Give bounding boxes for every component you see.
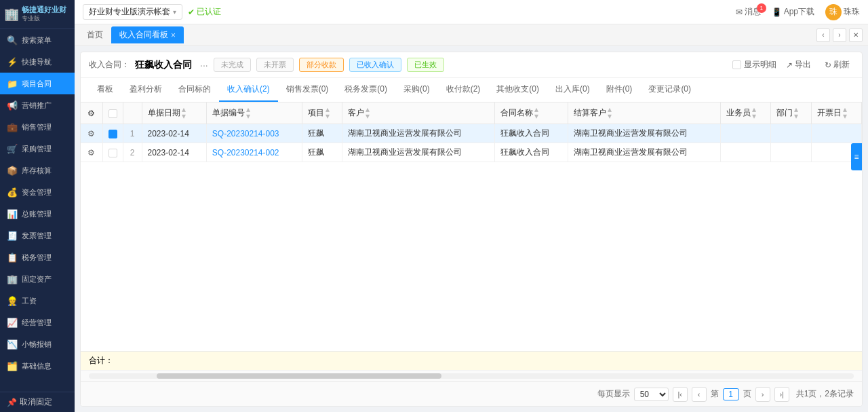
sidebar-item-4[interactable]: 💼销售管理 (0, 116, 75, 138)
sidebar-item-1[interactable]: ⚡快捷导航 (0, 51, 75, 73)
sidebar-item-15[interactable]: 🗂️基础信息 (0, 355, 75, 377)
horizontal-scrollbar[interactable] (81, 370, 862, 381)
row-settlement-1: 湖南卫视商业运营发展有限公司 (568, 143, 721, 162)
app-name: 畅捷通好业财 (22, 5, 66, 14)
last-page-button[interactable]: ›| (774, 387, 789, 402)
sidebar-item-11[interactable]: 🏢固定资产 (0, 268, 75, 290)
col-contract[interactable]: 合同名称 ▴▾ (494, 102, 568, 124)
user-avatar-button[interactable]: 珠 珠珠 (825, 4, 860, 20)
more-button[interactable]: ··· (200, 60, 208, 71)
sidebar-label-7: 资金管理 (22, 187, 52, 198)
sidebar-item-5[interactable]: 🛒采购管理 (0, 138, 75, 160)
row-number-link-0[interactable]: SQ-20230214-003 (212, 129, 279, 138)
status-incomplete-button[interactable]: 未完成 (214, 58, 251, 72)
sub-tab-10[interactable]: 附件(0) (598, 78, 641, 102)
status-active-button[interactable]: 已生效 (407, 58, 444, 72)
col-settings[interactable]: ⚙ (81, 102, 102, 124)
sub-tab-3[interactable]: 收入确认(2) (219, 78, 278, 102)
sidebar-item-0[interactable]: 🔍搜索菜单 (0, 29, 75, 51)
next-tab-button[interactable]: › (833, 29, 846, 42)
sub-tab-7[interactable]: 收付款(2) (438, 78, 489, 102)
current-page[interactable]: 1 (723, 388, 739, 400)
contract-prefix: 收入合同： (89, 59, 130, 71)
page-size-selector[interactable]: 50 100 200 (634, 388, 669, 401)
sidebar-item-9[interactable]: 🧾发票管理 (0, 225, 75, 246)
sidebar-item-14[interactable]: 📉小畅报销 (0, 333, 75, 355)
sidebar-icon-10: 📋 (7, 252, 18, 263)
export-button[interactable]: ↗ 导出 (782, 58, 815, 72)
scrollbar-thumb[interactable] (157, 373, 441, 379)
main-content: 好业财专业版演示帐套 ▾ ✔ 已认证 ✉ 消息 1 📱 App下载 珠 珠珠 (75, 0, 868, 412)
row-salesperson-0 (721, 124, 771, 143)
row-check-1[interactable] (102, 143, 123, 162)
show-detail-check[interactable]: 显示明细 (732, 59, 776, 71)
col-check[interactable] (102, 102, 123, 124)
table-row[interactable]: ⚙ 1 2023-02-14 SQ-20230214-003 狂飙 湖南卫视商业… (81, 124, 862, 143)
close-tab-icon[interactable]: × (171, 31, 176, 40)
status-partial-button[interactable]: 部分收款 (299, 58, 344, 72)
company-selector[interactable]: 好业财专业版演示帐套 ▾ (83, 4, 182, 20)
col-department[interactable]: 部门 ▴▾ (771, 102, 812, 124)
row-number-1[interactable]: SQ-20230214-002 (206, 143, 302, 162)
sidebar-item-12[interactable]: 👷工资 (0, 290, 75, 312)
app-download-button[interactable]: 📱 App下载 (772, 6, 814, 18)
sub-tab-11[interactable]: 变更记录(0) (640, 78, 699, 102)
sidebar-item-10[interactable]: 📋税务管理 (0, 246, 75, 268)
home-tab[interactable]: 首页 (80, 26, 110, 43)
sidebar-item-3[interactable]: 📢营销推广 (0, 94, 75, 116)
active-tab[interactable]: 收入合同看板 × (111, 26, 184, 43)
tabbar: 首页 收入合同看板 × ‹ › ✕ (75, 24, 868, 46)
message-button[interactable]: ✉ 消息 1 (736, 6, 761, 18)
sidebar-label-11: 固定资产 (22, 274, 52, 284)
show-detail-checkbox[interactable] (732, 60, 741, 69)
sidebar-icon-15: 🗂️ (7, 360, 18, 371)
sidebar-item-2[interactable]: 📁项目合同 (0, 73, 75, 94)
sidebar-item-6[interactable]: 📦库存核算 (0, 160, 75, 181)
row-checkbox-0[interactable] (108, 130, 117, 138)
right-panel-toggle[interactable]: ≡ (851, 143, 862, 170)
row-settings-1[interactable]: ⚙ (81, 143, 102, 162)
col-opendate[interactable]: 开票日 ▴▾ (811, 102, 861, 124)
sub-tab-5[interactable]: 税务发票(0) (336, 78, 395, 102)
next-page-button[interactable]: › (755, 387, 770, 402)
per-page-label: 每页显示 (597, 388, 630, 400)
sub-tab-4[interactable]: 销售发票(0) (278, 78, 337, 102)
sub-tab-8[interactable]: 其他收支(0) (488, 78, 547, 102)
status-not-invoiced-button[interactable]: 未开票 (256, 58, 294, 72)
table-row[interactable]: ⚙ 2 2023-02-14 SQ-20230214-002 狂飙 湖南卫视商业… (81, 143, 862, 162)
refresh-button[interactable]: ↻ 刷新 (821, 58, 854, 72)
sub-tab-9[interactable]: 出入库(0) (547, 78, 598, 102)
col-customer[interactable]: 客户 ▴▾ (342, 102, 495, 124)
row-check-0[interactable] (102, 124, 123, 143)
app-download-label: App下载 (784, 6, 814, 18)
row-checkbox-1[interactable] (108, 149, 117, 157)
prev-tab-button[interactable]: ‹ (816, 29, 830, 42)
sub-tab-2[interactable]: 合同标的 (170, 78, 219, 102)
sidebar-item-8[interactable]: 📊总账管理 (0, 203, 75, 225)
active-tab-name: 收入合同看板 (119, 29, 168, 41)
prev-page-button[interactable]: ‹ (692, 387, 707, 402)
row-number-0[interactable]: SQ-20230214-003 (206, 124, 302, 143)
col-date[interactable]: 单据日期 ▴▾ (142, 102, 206, 124)
close-all-tabs-button[interactable]: ✕ (849, 29, 863, 42)
row-number-link-1[interactable]: SQ-20230214-002 (212, 148, 279, 157)
sidebar-item-7[interactable]: 💰资金管理 (0, 181, 75, 203)
first-page-button[interactable]: |‹ (673, 387, 688, 402)
sidebar-label-13: 经营管理 (22, 318, 52, 328)
select-all-checkbox[interactable] (108, 109, 117, 118)
status-confirmed-button[interactable]: 已收入确认 (349, 58, 401, 72)
sub-tab-6[interactable]: 采购(0) (395, 78, 438, 102)
user-name: 珠珠 (844, 6, 860, 18)
sidebar-item-13[interactable]: 📈经营管理 (0, 312, 75, 333)
sidebar-bottom[interactable]: 📌 取消固定 (0, 392, 75, 412)
sub-tab-0[interactable]: 看板 (89, 78, 121, 102)
table-body: ⚙ 1 2023-02-14 SQ-20230214-003 狂飙 湖南卫视商业… (81, 124, 862, 162)
sub-tab-1[interactable]: 盈利分析 (121, 78, 170, 102)
sidebar-icon-14: 📉 (7, 339, 18, 350)
col-settlement[interactable]: 结算客户 ▴▾ (568, 102, 721, 124)
col-number[interactable]: 单据编号 ▴▾ (206, 102, 302, 124)
col-project[interactable]: 项目 ▴▾ (302, 102, 342, 124)
col-salesperson[interactable]: 业务员 ▴▾ (721, 102, 771, 124)
row-settlement-0: 湖南卫视商业运营发展有限公司 (568, 124, 721, 143)
row-settings-0[interactable]: ⚙ (81, 124, 102, 143)
